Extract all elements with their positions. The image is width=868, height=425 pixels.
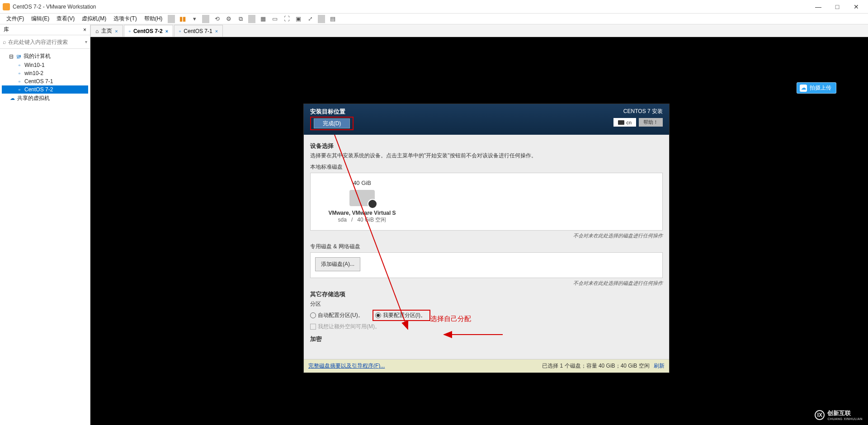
tool-fullscreen-icon[interactable]: ⛶ [282,14,292,24]
tool-settings-icon[interactable]: ⚙ [224,14,234,24]
checkbox-extra-space: 我想让额外空间可用(M)。 [310,323,663,331]
radio-auto-partition[interactable]: 自动配置分区(U)。 [310,312,363,319]
vm-icon: ▫ [16,62,23,68]
radio-manual-partition[interactable]: 我要配置分区(I)。 [373,310,430,321]
done-button-highlight: 完成(D) [310,117,354,130]
tool-library-icon[interactable]: ▤ [328,14,338,24]
minimize-button[interactable]: — [809,1,827,13]
vm-tab-icon: ▫ [129,28,131,34]
window-title: CentOS 7-2 - VMware Workstation [13,4,96,10]
device-selection-heading: 设备选择 [310,142,663,150]
partition-heading: 分区 [310,300,663,308]
tree-root-my-computer[interactable]: ⊟ 🖳 我的计算机 [2,52,88,61]
tab-centos-7-2[interactable]: ▫ CentOS 7-2 × [124,25,173,37]
close-button[interactable]: ✕ [847,1,865,13]
tool-fit-icon[interactable]: ▣ [293,14,303,24]
menu-vm[interactable]: 虚拟机(M) [78,14,110,24]
device-selection-desc: 选择要在其中安装系统的设备。点击主菜单中的"开始安装"按钮前不会对该设备进行任何… [310,152,663,160]
tool-stretch-icon[interactable]: ⤢ [305,14,315,24]
vm-icon: ▫ [16,78,23,85]
disk-item-sda[interactable]: 40 GiB VMware, VMware Virtual S sda / 40… [317,179,407,224]
special-disks-container: 添加磁盘(A)... [310,252,663,278]
done-button[interactable]: 完成(D) [314,118,350,128]
tree-item-win10-1[interactable]: ▫ Win10-1 [2,61,88,69]
local-disks-heading: 本地标准磁盘 [310,163,663,171]
watermark-logo-icon: IX [815,410,825,420]
library-tree: ⊟ 🖳 我的计算机 ▫ Win10-1 ▫ win10-2 ▫ CentOS 7… [0,49,90,425]
search-dropdown-icon[interactable]: ▾ [85,39,87,44]
checkbox-icon [310,324,316,330]
home-icon: ⌂ [95,28,99,34]
installer-header: 安装目标位置 完成(D) CENTOS 7 安装 cn 帮助！ [304,104,669,135]
search-icon: ⌕ [3,38,6,45]
disk-summary-link[interactable]: 完整磁盘摘要以及引导程序(F)... [308,362,385,370]
installer-footer: 完整磁盘摘要以及引导程序(F)... 已选择 1 个磁盘；容量 40 GiB；4… [304,359,669,373]
installer-body: 设备选择 选择要在其中安装系统的设备。点击主菜单中的"开始安装"按钮前不会对该设… [304,135,669,359]
tab-centos-7-1[interactable]: ▫ CentOS 7-1 × [174,25,223,37]
dropdown-icon[interactable]: ▾ [189,14,199,24]
library-close-icon[interactable]: × [83,27,86,33]
help-button[interactable]: 帮助！ [639,118,663,127]
other-storage-heading: 其它存储选项 [310,290,663,298]
local-disks-footnote: 不会对未在此处选择的磁盘进行任何操作 [310,232,663,239]
separator [168,15,175,23]
separator [202,15,209,23]
local-disks-container: 40 GiB VMware, VMware Virtual S sda / 40… [310,173,663,231]
tab-close-icon[interactable]: × [165,28,168,34]
tree-shared-vms[interactable]: ☁ 共享的虚拟机 [2,94,88,103]
special-disks-footnote: 不会对未在此处选择的磁盘进行任何操作 [310,280,663,287]
cloud-icon: ☁ [800,85,807,92]
tree-item-centos-7-2[interactable]: ▫ CentOS 7-2 [2,85,88,94]
separator [248,15,255,23]
library-title: 库 [4,26,9,33]
menu-bar: 文件(F) 编辑(E) 查看(V) 虚拟机(M) 选项卡(T) 帮助(H) ▮▮… [0,14,868,24]
vm-tab-icon: ▫ [179,28,181,34]
vm-icon: ▫ [16,86,23,93]
library-panel: 库 × ⌕ ▾ ⊟ 🖳 我的计算机 ▫ Win10-1 ▫ win10-2 ▫ [0,24,90,425]
maximize-button[interactable]: □ [828,1,846,13]
vmware-icon [3,3,10,10]
upload-badge[interactable]: ☁ 拍摄上传 [797,82,836,94]
tool-screenshot-icon[interactable]: ⧉ [236,14,245,24]
disk-size-label: 40 GiB [317,179,407,186]
tool-unity-icon[interactable]: ▭ [270,14,280,24]
radio-icon [375,312,381,318]
menu-tabs[interactable]: 选项卡(T) [110,14,140,24]
special-disks-heading: 专用磁盘 & 网络磁盘 [310,243,663,250]
vm-tabbar: ⌂ 主页 × ▫ CentOS 7-2 × ▫ CentOS 7-1 × [90,24,868,37]
menu-help[interactable]: 帮助(H) [141,14,166,24]
installer-status: 已选择 1 个磁盘；容量 40 GiB；40 GiB 空闲 刷新 [542,362,665,370]
search-input[interactable] [8,39,83,45]
radio-icon [310,312,316,318]
tree-item-centos-7-1[interactable]: ▫ CentOS 7-1 [2,77,88,85]
disk-name-label: VMware, VMware Virtual S [317,210,407,216]
tab-close-icon[interactable]: × [215,28,218,34]
installer-product-label: CENTOS 7 安装 [613,108,663,115]
installer-title: 安装目标位置 [310,108,663,116]
tool-snapshot-icon[interactable]: ⟲ [212,14,222,24]
library-search: ⌕ ▾ [0,35,90,49]
annotation-text: 选择自己分配 [430,315,471,323]
tab-close-icon[interactable]: × [115,28,118,34]
tree-item-win10-2[interactable]: ▫ win10-2 [2,69,88,77]
tool-tiles-icon[interactable]: ▦ [258,14,268,24]
refresh-link[interactable]: 刷新 [654,363,665,369]
tab-home[interactable]: ⌂ 主页 × [90,25,123,37]
centos-installer-panel: 安装目标位置 完成(D) CENTOS 7 安装 cn 帮助！ 设备选择 选择要… [304,104,669,373]
window-titlebar: CentOS 7-2 - VMware Workstation — □ ✕ [0,0,868,14]
keyboard-icon [618,120,624,125]
partition-options: 自动配置分区(U)。 我要配置分区(I)。 [310,310,663,321]
watermark: IX 创新互联 CHUANG XINHULIAN [815,409,863,420]
menu-file[interactable]: 文件(F) [3,14,28,24]
disk-icon [349,190,375,206]
disk-free-label: sda / 40 GiB 空闲 [317,216,407,224]
add-disk-button[interactable]: 添加磁盘(A)... [315,257,360,271]
encrypt-heading: 加密 [310,335,663,343]
menu-edit[interactable]: 编辑(E) [28,14,53,24]
menu-view[interactable]: 查看(V) [53,14,78,24]
shared-icon: ☁ [9,95,15,102]
language-selector[interactable]: cn [613,118,636,127]
separator [318,15,325,23]
pause-icon[interactable]: ▮▮ [178,14,188,24]
computer-icon: 🖳 [15,53,22,60]
